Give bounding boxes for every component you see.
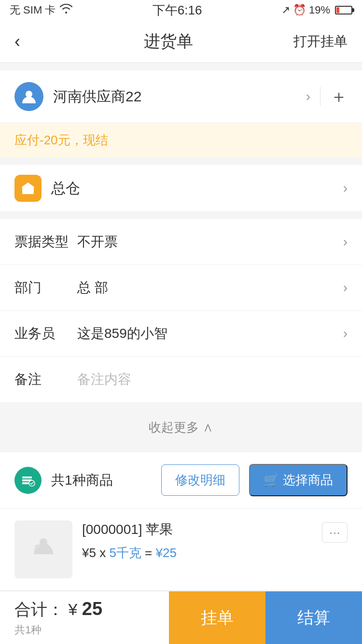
hang-label: 挂单 — [201, 607, 234, 629]
notice-bar: 应付-20元，现结 — [0, 123, 362, 157]
battery-icon — [335, 6, 352, 14]
total-section: 合计： ¥ 25 共1种 — [0, 591, 169, 644]
page-title: 进货单 — [144, 30, 193, 53]
product-count-label: 共1种商品 — [51, 471, 152, 490]
checkout-label: 结算 — [297, 607, 330, 629]
product-more: ··· — [322, 520, 348, 543]
invoice-row[interactable]: 票据类型 不开票 › — [0, 219, 362, 265]
bottom-bar: 合计： ¥ 25 共1种 挂单 结算 — [0, 591, 362, 644]
total-symbol: ¥ — [68, 600, 77, 618]
carrier-label: 无 SIM 卡 — [10, 3, 56, 17]
select-product-label: 选择商品 — [283, 472, 333, 489]
total-label: 合计： — [14, 600, 64, 618]
remark-row[interactable]: 备注 备注内容 — [0, 357, 362, 402]
time-label: 下午6:16 — [153, 2, 202, 19]
dept-value: 总 部 — [77, 279, 343, 297]
collapse-label: 收起更多 ∧ — [149, 419, 213, 436]
warehouse-name: 总仓 — [51, 179, 343, 198]
wifi-icon — [59, 4, 73, 16]
supplier-avatar — [14, 82, 43, 111]
supplier-name: 河南供应商22 — [53, 87, 306, 107]
form-section: 票据类型 不开票 › 部门 总 部 › 业务员 这是859的小智 › 备注 备注… — [0, 219, 362, 402]
status-bar: 无 SIM 卡 下午6:16 ↗ ⏰ 19% — [0, 0, 362, 20]
total-count: 共1种 — [14, 623, 154, 637]
cart-icon: 🛒 — [264, 473, 279, 488]
hang-button[interactable]: 挂单 — [169, 591, 265, 644]
product-title: 苹果 — [146, 522, 173, 537]
checkout-button[interactable]: 结算 — [265, 591, 362, 644]
equals-symbol: = — [145, 546, 155, 560]
open-hang-button[interactable]: 打开挂单 — [293, 32, 348, 51]
battery-percent: 19% — [309, 4, 330, 16]
product-unit-price: ¥5 — [82, 546, 96, 560]
supplier-row[interactable]: 河南供应商22 › ＋ — [0, 70, 362, 123]
dept-label: 部门 — [14, 279, 77, 297]
product-thumbnail — [14, 520, 72, 578]
multiply-symbol: x — [99, 546, 109, 560]
warehouse-row[interactable]: 总仓 › — [0, 165, 362, 211]
nav-bar: ‹ 进货单 打开挂单 — [0, 20, 362, 63]
salesman-chevron-icon: › — [343, 326, 348, 341]
status-left: 无 SIM 卡 — [10, 3, 73, 17]
total-amount: 合计： ¥ 25 — [14, 599, 154, 621]
dept-chevron-icon: › — [343, 280, 348, 295]
salesman-row[interactable]: 业务员 这是859的小智 › — [0, 311, 362, 357]
product-code: [0000001] — [82, 522, 142, 537]
notice-text: 应付-20元，现结 — [14, 133, 108, 147]
invoice-label: 票据类型 — [14, 233, 77, 251]
svg-rect-3 — [22, 476, 32, 478]
svg-rect-2 — [26, 190, 30, 194]
svg-point-0 — [26, 91, 32, 98]
supplier-right: › ＋ — [306, 85, 348, 109]
remark-label: 备注 — [14, 370, 77, 389]
total-number: 25 — [82, 599, 102, 619]
location-icon: ↗ — [281, 4, 290, 16]
product-item: [0000001] 苹果 ¥5 x 5千克 = ¥25 ··· — [0, 509, 362, 590]
product-info: [0000001] 苹果 ¥5 x 5千克 = ¥25 — [82, 520, 322, 561]
invoice-value: 不开票 — [77, 233, 343, 251]
collapse-toggle[interactable]: 收起更多 ∧ — [0, 410, 362, 445]
warehouse-section: 总仓 › — [0, 165, 362, 211]
dept-row[interactable]: 部门 总 部 › — [0, 265, 362, 311]
product-qty: 5千克 — [109, 546, 141, 560]
add-supplier-icon[interactable]: ＋ — [330, 85, 348, 109]
salesman-value: 这是859的小智 — [77, 324, 343, 343]
edit-detail-button[interactable]: 修改明细 — [161, 464, 239, 496]
remark-input[interactable]: 备注内容 — [77, 370, 348, 389]
select-product-button[interactable]: 🛒 选择商品 — [249, 464, 348, 496]
back-button[interactable]: ‹ — [14, 31, 43, 52]
supplier-section: 河南供应商22 › ＋ 应付-20元，现结 — [0, 70, 362, 157]
supplier-chevron-icon: › — [306, 89, 310, 104]
product-price-row: ¥5 x 5千克 = ¥25 — [82, 545, 322, 561]
product-count-icon — [14, 467, 42, 494]
status-right: ↗ ⏰ 19% — [281, 4, 352, 16]
more-options-icon[interactable]: ··· — [322, 522, 348, 543]
invoice-chevron-icon: › — [343, 234, 348, 250]
warehouse-chevron-icon: › — [343, 181, 348, 196]
warehouse-icon — [14, 175, 42, 202]
product-total: ¥25 — [156, 546, 177, 560]
svg-rect-5 — [22, 482, 29, 484]
vertical-divider — [320, 87, 320, 106]
salesman-label: 业务员 — [14, 324, 77, 343]
product-name: [0000001] 苹果 — [82, 520, 322, 539]
product-header: 共1种商品 修改明细 🛒 选择商品 — [0, 452, 362, 508]
alarm-icon: ⏰ — [293, 4, 306, 16]
